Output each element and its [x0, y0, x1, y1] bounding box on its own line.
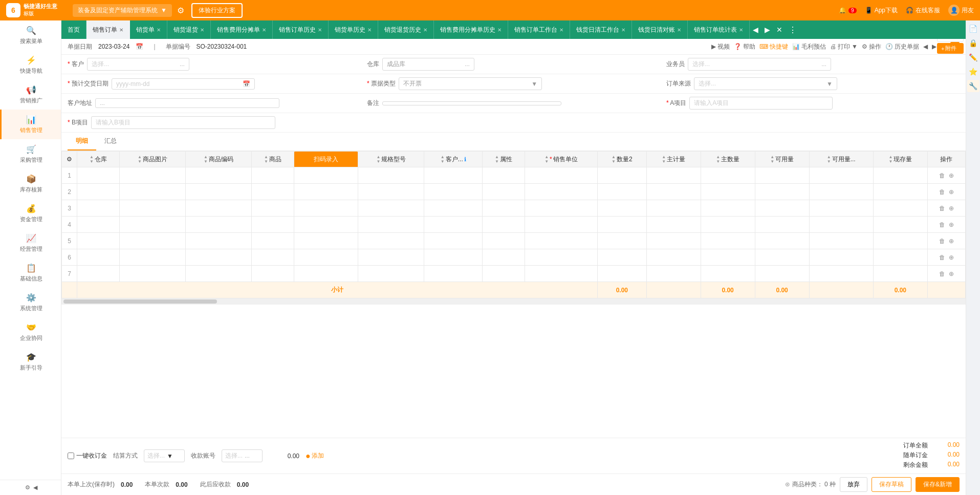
row-7-spec[interactable]: [358, 266, 424, 282]
sidebar-item-search[interactable]: 🔍 搜索菜单: [0, 20, 61, 50]
tab-fee-split[interactable]: 销售费用分摊单 ✕: [211, 20, 273, 39]
scroll-bar[interactable]: [61, 298, 966, 305]
video-btn[interactable]: ▶视频: [711, 42, 730, 51]
row-4-product[interactable]: [252, 217, 294, 233]
tab-daily-clear-workbench[interactable]: 钱货日清工作台 ✕: [570, 20, 632, 39]
row-2-actions[interactable]: 🗑 ⊕: [927, 184, 965, 200]
sidebar-item-guide[interactable]: 🎓 新手引导: [0, 347, 61, 377]
close-tab-return-history[interactable]: ✕: [423, 27, 427, 33]
copy-icon[interactable]: ⊕: [949, 270, 954, 277]
calendar-icon[interactable]: 📅: [136, 43, 143, 50]
account-select[interactable]: 选择... …: [222, 449, 263, 462]
row-3-unit[interactable]: [525, 200, 597, 217]
row-6-attr[interactable]: [483, 249, 525, 266]
tab-bill-history[interactable]: 销货单历史 ✕: [329, 20, 378, 39]
add-accessory-btn[interactable]: +附件: [937, 43, 964, 54]
row-7-product[interactable]: [252, 266, 294, 282]
operation-btn[interactable]: ⚙操作: [862, 42, 881, 51]
row-3-spec[interactable]: [358, 200, 424, 217]
delete-icon[interactable]: 🗑: [939, 238, 945, 245]
row-2-unit[interactable]: [525, 184, 597, 200]
delete-icon[interactable]: 🗑: [939, 172, 945, 179]
delete-icon[interactable]: 🗑: [939, 270, 945, 277]
tab-order-workbench[interactable]: 销售订单工作台 ✕: [508, 20, 570, 39]
row-4-scan[interactable]: [294, 217, 358, 233]
row-7-warehouse[interactable]: [77, 266, 120, 282]
a-project-input[interactable]: 请输入A项目: [689, 97, 833, 110]
tab-menu-btn[interactable]: ⋮: [786, 25, 800, 35]
close-tab-fee-split[interactable]: ✕: [262, 27, 266, 33]
close-tab-sales-bill[interactable]: ✕: [157, 27, 161, 33]
b-project-input[interactable]: 请输入B项目: [91, 116, 275, 129]
row-3-code[interactable]: [185, 200, 251, 217]
row-1-spec[interactable]: [358, 167, 424, 184]
row-7-customer-code[interactable]: [424, 266, 483, 282]
row-3-warehouse[interactable]: [77, 200, 120, 217]
copy-icon[interactable]: ⊕: [949, 221, 954, 228]
delete-icon[interactable]: 🗑: [939, 254, 945, 261]
row-2-product[interactable]: [252, 184, 294, 200]
row-3-product[interactable]: [252, 200, 294, 217]
row-2-warehouse[interactable]: [77, 184, 120, 200]
delete-icon[interactable]: 🗑: [939, 221, 945, 228]
row-2-code[interactable]: [185, 184, 251, 200]
tab-detail[interactable]: 明细: [68, 133, 96, 150]
row-7-qty2[interactable]: [597, 266, 646, 282]
row-2-qty2[interactable]: [597, 184, 646, 200]
profit-btn[interactable]: 📊毛利预估: [792, 42, 826, 51]
warehouse-input[interactable]: 成品库 …: [382, 58, 474, 71]
row-1-code[interactable]: [185, 167, 251, 184]
tab-order-stats[interactable]: 销售订单统计表 ✕: [688, 20, 750, 39]
sidebar-item-quick[interactable]: ⚡ 快捷导航: [0, 50, 61, 80]
row-4-spec[interactable]: [358, 217, 424, 233]
row-3-customer-code[interactable]: [424, 200, 483, 217]
sidebar-item-enterprise[interactable]: 🤝 企业协同: [0, 317, 61, 347]
close-tab-order-history[interactable]: ✕: [318, 27, 322, 33]
close-tab-fee-history[interactable]: ✕: [497, 27, 502, 33]
save-new-button[interactable]: 保存&新增: [916, 477, 960, 492]
row-7-scan[interactable]: [294, 266, 358, 282]
remark-input[interactable]: [382, 101, 561, 105]
quick-deposit-check[interactable]: 一键收订金: [68, 451, 107, 460]
settings-gear-icon[interactable]: ⚙: [177, 6, 184, 15]
tab-sales-order[interactable]: 销售订单 ✕: [86, 20, 130, 39]
row-1-product[interactable]: [252, 167, 294, 184]
copy-icon[interactable]: ⊕: [949, 205, 954, 212]
delete-icon[interactable]: 🗑: [939, 188, 945, 196]
row-3-attr[interactable]: [483, 200, 525, 217]
right-icon-doc[interactable]: 📄: [967, 23, 979, 35]
scroll-thumb[interactable]: [63, 299, 217, 304]
row-5-attr[interactable]: [483, 233, 525, 249]
row-5-main-qty[interactable]: [701, 233, 755, 249]
row-6-main-qty[interactable]: [701, 249, 755, 266]
order-source-input[interactable]: 选择... ▼: [694, 77, 837, 90]
row-5-code[interactable]: [185, 233, 251, 249]
row-1-main-qty[interactable]: [701, 167, 755, 184]
row-5-spec[interactable]: [358, 233, 424, 249]
row-6-customer-code[interactable]: [424, 249, 483, 266]
quick-deposit-checkbox[interactable]: [68, 453, 74, 459]
col-warehouse[interactable]: ▲▼仓库: [77, 152, 120, 167]
row-5-warehouse[interactable]: [77, 233, 120, 249]
discard-button[interactable]: 放弃: [840, 477, 867, 492]
online-service-btn[interactable]: 🎧 在线客服: [906, 6, 940, 15]
col-current[interactable]: ▲▼现存量: [873, 152, 927, 167]
save-draft-button[interactable]: 保存草稿: [872, 477, 911, 492]
col-scan[interactable]: 扫码录入: [294, 152, 358, 167]
sidebar-item-inventory[interactable]: 📦 库存核算: [0, 169, 61, 199]
row-7-unit[interactable]: [525, 266, 597, 282]
solution-button[interactable]: 体验行业方案: [191, 3, 243, 18]
copy-icon[interactable]: ⊕: [949, 188, 954, 196]
row-6-product[interactable]: [252, 249, 294, 266]
row-1-unit[interactable]: [525, 167, 597, 184]
row-5-scan[interactable]: [294, 233, 358, 249]
row-4-qty2[interactable]: [597, 217, 646, 233]
row-1-actions[interactable]: 🗑 ⊕: [927, 167, 965, 184]
row-5-actions[interactable]: 🗑 ⊕: [927, 233, 965, 249]
right-icon-lock[interactable]: 🔒: [967, 37, 979, 49]
row-4-actions[interactable]: 🗑 ⊕: [927, 217, 965, 233]
tab-order-history[interactable]: 销售订单历史 ✕: [273, 20, 329, 39]
sidebar-item-operations[interactable]: 📈 经营管理: [0, 228, 61, 258]
tab-daily-clear-account[interactable]: 钱货日清对账 ✕: [632, 20, 688, 39]
row-4-main-qty[interactable]: [701, 217, 755, 233]
